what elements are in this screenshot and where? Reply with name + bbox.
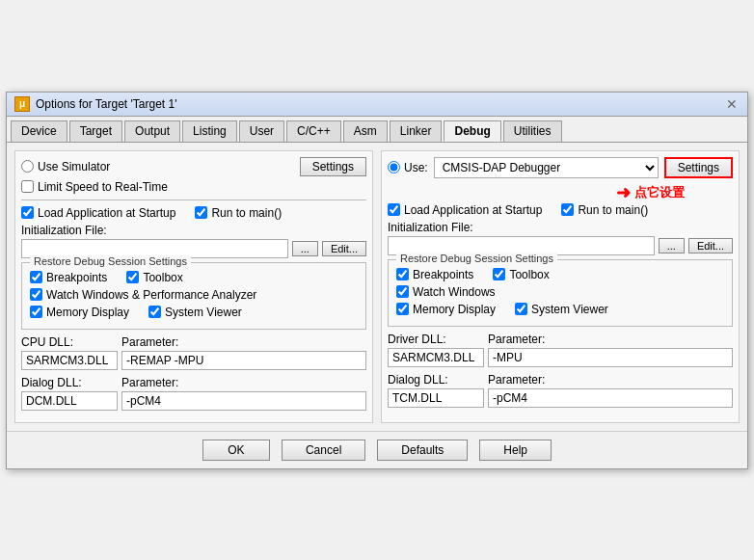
limit-speed-row: Limit Speed to Real-Time <box>21 180 366 194</box>
right-watch-windows-row: Watch Windows <box>396 285 724 299</box>
right-dialog-dll-input[interactable] <box>388 388 484 408</box>
left-system-viewer-checkbox[interactable] <box>148 306 161 318</box>
right-driver-param-label: Parameter: <box>488 333 545 346</box>
left-cpu-dll-section: CPU DLL: Parameter: <box>21 335 366 370</box>
use-debugger-section: Use: CMSIS-DAP Debugger Settings ➜ 点它设置 <box>388 157 733 203</box>
two-column-layout: Use Simulator Settings Limit Speed to Re… <box>14 150 740 423</box>
left-breakpoints-toolbox-row: Breakpoints Toolbox <box>30 271 358 284</box>
tab-asm[interactable]: Asm <box>343 120 388 142</box>
left-toolbox-checkbox[interactable] <box>126 271 139 283</box>
right-memory-display-checkbox[interactable] <box>396 303 409 315</box>
tab-bar: Device Target Output Listing User C/C++ … <box>7 117 747 143</box>
left-run-to-main-checkbox[interactable] <box>195 206 207 219</box>
annotation-text: 点它设置 <box>634 184 685 201</box>
left-cpu-param-label: Parameter: <box>121 335 178 349</box>
left-load-app-checkbox[interactable] <box>21 206 34 219</box>
debugger-select[interactable]: CMSIS-DAP Debugger <box>434 157 659 178</box>
left-dialog-dll-input[interactable] <box>21 391 118 411</box>
tab-target[interactable]: Target <box>69 120 122 142</box>
right-memory-system-row: Memory Display System Viewer <box>396 303 724 316</box>
right-driver-param-input[interactable] <box>488 348 733 367</box>
tab-listing[interactable]: Listing <box>182 120 237 142</box>
tab-cpp[interactable]: C/C++ <box>286 120 341 142</box>
right-edit-button[interactable]: Edit... <box>688 238 733 253</box>
right-settings-button[interactable]: Settings <box>664 157 733 178</box>
app-icon: μ <box>14 96 30 112</box>
left-memory-display-checkbox[interactable] <box>30 306 42 318</box>
right-load-app-row: Load Application at Startup Run to main(… <box>388 203 733 217</box>
left-cpu-dll-label: CPU DLL: <box>21 335 118 349</box>
use-radio[interactable] <box>388 161 400 173</box>
right-browse-button[interactable]: ... <box>659 238 685 253</box>
left-cpu-param-input[interactable] <box>121 351 366 370</box>
close-button[interactable]: ✕ <box>724 96 740 112</box>
right-dialog-dll-label: Dialog DLL: <box>388 373 484 387</box>
content-area: Use Simulator Settings Limit Speed to Re… <box>7 143 747 431</box>
right-panel: Use: CMSIS-DAP Debugger Settings ➜ 点它设置 <box>381 150 740 423</box>
left-panel: Use Simulator Settings Limit Speed to Re… <box>14 150 373 423</box>
main-window: μ Options for Target 'Target 1' ✕ Device… <box>6 92 748 469</box>
left-restore-group: Restore Debug Session Settings Breakpoin… <box>21 262 366 330</box>
cancel-button[interactable]: Cancel <box>282 440 365 461</box>
left-init-file-label: Initialization File: <box>21 224 366 237</box>
left-browse-button[interactable]: ... <box>292 241 318 256</box>
simulator-row: Use Simulator Settings <box>21 157 366 176</box>
left-load-app-label[interactable]: Load Application at Startup <box>21 206 175 220</box>
right-driver-dll-section: Driver DLL: Parameter: <box>388 333 733 367</box>
use-debugger-row: Use: CMSIS-DAP Debugger Settings <box>388 157 733 178</box>
right-toolbox-checkbox[interactable] <box>493 268 505 280</box>
tab-debug[interactable]: Debug <box>444 120 500 142</box>
arrow-right-icon: ➜ <box>616 182 631 203</box>
left-cpu-dll-input[interactable] <box>21 351 118 370</box>
right-driver-dll-label: Driver DLL: <box>388 333 484 346</box>
right-restore-group: Restore Debug Session Settings Breakpoin… <box>388 259 733 327</box>
right-dialog-param-input[interactable] <box>488 388 733 408</box>
left-watch-windows-checkbox[interactable] <box>30 288 42 301</box>
right-dialog-dll-section: Dialog DLL: Parameter: <box>388 373 733 408</box>
right-restore-content: Breakpoints Toolbox Watch Windows <box>396 268 724 316</box>
titlebar-left: μ Options for Target 'Target 1' <box>14 96 176 112</box>
right-load-app-checkbox[interactable] <box>388 203 400 216</box>
left-dialog-param-label: Parameter: <box>121 376 178 389</box>
right-restore-group-label: Restore Debug Session Settings <box>396 253 557 264</box>
titlebar: μ Options for Target 'Target 1' ✕ <box>7 93 747 117</box>
left-restore-content: Breakpoints Toolbox Watch Windows & Perf… <box>30 271 358 319</box>
left-watch-windows-row: Watch Windows & Performance Analyzer <box>30 288 358 302</box>
left-dialog-param-input[interactable] <box>121 391 366 411</box>
tab-device[interactable]: Device <box>11 120 67 142</box>
right-watch-windows-checkbox[interactable] <box>396 285 409 298</box>
left-run-to-main-label[interactable]: Run to main() <box>195 206 282 220</box>
right-breakpoints-toolbox-row: Breakpoints Toolbox <box>396 268 724 281</box>
left-settings-button[interactable]: Settings <box>300 157 366 176</box>
left-load-app-row: Load Application at Startup Run to main(… <box>21 206 366 220</box>
annotation-arrow-row: ➜ 点它设置 <box>388 182 733 203</box>
left-dialog-dll-label: Dialog DLL: <box>21 376 118 389</box>
left-breakpoints-checkbox[interactable] <box>30 271 42 283</box>
ok-button[interactable]: OK <box>202 440 270 461</box>
right-driver-dll-input[interactable] <box>388 348 484 367</box>
right-dialog-param-label: Parameter: <box>488 373 545 387</box>
left-dialog-dll-section: Dialog DLL: Parameter: <box>21 376 366 411</box>
left-memory-system-row: Memory Display System Viewer <box>30 306 358 319</box>
right-run-to-main-checkbox[interactable] <box>561 203 574 216</box>
limit-speed-checkbox[interactable] <box>21 180 34 193</box>
defaults-button[interactable]: Defaults <box>377 440 468 461</box>
simulator-label[interactable]: Use Simulator <box>21 160 110 173</box>
right-init-file-label: Initialization File: <box>388 221 733 234</box>
tab-output[interactable]: Output <box>124 120 180 142</box>
footer-buttons: OK Cancel Defaults Help <box>7 431 747 468</box>
simulator-radio[interactable] <box>21 160 34 173</box>
tab-linker[interactable]: Linker <box>390 120 443 142</box>
left-restore-group-label: Restore Debug Session Settings <box>30 255 191 267</box>
tab-user[interactable]: User <box>239 120 284 142</box>
left-edit-button[interactable]: Edit... <box>322 241 366 256</box>
right-system-viewer-checkbox[interactable] <box>515 303 527 315</box>
tab-utilities[interactable]: Utilities <box>503 120 562 142</box>
help-button[interactable]: Help <box>479 440 552 461</box>
window-title: Options for Target 'Target 1' <box>36 97 176 111</box>
right-breakpoints-checkbox[interactable] <box>396 268 409 280</box>
